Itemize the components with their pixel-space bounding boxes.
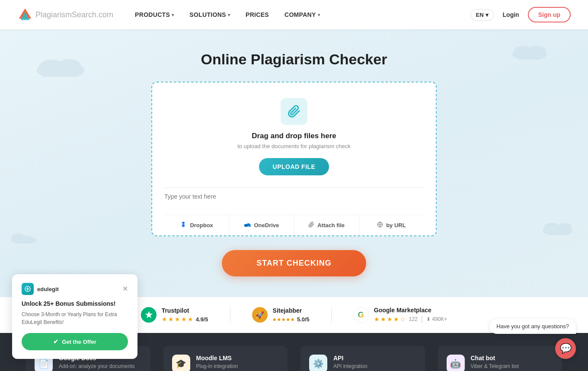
chatbot-icon: 🤖 — [447, 355, 465, 371]
moodle-icon: 🎓 — [172, 355, 190, 371]
promo-popup: edulegit ✕ Unlock 25+ Bonus Submissions!… — [12, 274, 137, 359]
chevron-down-icon: ▾ — [228, 13, 230, 17]
svg-point-11 — [544, 223, 559, 232]
drag-drop-subtitle: to upload the documents for plagiarism c… — [237, 143, 351, 149]
navbar-right: EN ▾ Login Sign up — [470, 7, 571, 22]
chat-widget: Have you got any questions? 💬 — [489, 319, 576, 359]
google-downloads: ⬇ 490K+ — [426, 316, 447, 322]
signup-button[interactable]: Sign up — [528, 7, 571, 22]
chevron-down-icon: ▾ — [172, 13, 174, 17]
dropbox-label: Dropbox — [190, 222, 213, 228]
text-input[interactable] — [164, 193, 424, 213]
moodle-sub: Plug-in integration — [196, 363, 238, 369]
sitejabber-rating: 🚀 Sitejabber ● ● ● ● ● 5.0/5 — [230, 307, 332, 323]
by-url-button[interactable]: by URL — [359, 215, 424, 235]
sitejabber-stars: ● ● ● ● ● — [273, 316, 294, 323]
upload-dropzone[interactable]: Drag and drop files here to upload the d… — [164, 98, 424, 187]
chatbot-sub: Viber & Telegram bot — [471, 363, 519, 369]
hero-section: Online Plagiarism Checker Drag and drop … — [0, 29, 588, 297]
nav-menu: PRODUCTS ▾ SOLUTIONS ▾ PRICES COMPANY ▾ — [135, 11, 470, 18]
api-title: API — [333, 355, 368, 361]
nav-company[interactable]: COMPANY ▾ — [284, 11, 320, 18]
logo[interactable]: PlagiarismSearch.com — [17, 7, 113, 22]
svg-point-15 — [249, 225, 251, 227]
trustpilot-icon: ★ — [141, 307, 157, 323]
globe-icon — [377, 222, 383, 229]
moodle-title: Moodle LMS — [196, 355, 238, 361]
cloud-decoration — [540, 220, 575, 237]
text-input-section — [164, 187, 424, 215]
popup-header: edulegit ✕ — [22, 283, 128, 295]
start-checking-button[interactable]: START CHECKING — [222, 250, 366, 276]
chevron-down-icon: ▾ — [486, 12, 489, 18]
popup-description: Choose 3-Month or Yearly Plans for Extra… — [22, 311, 128, 326]
upload-icon — [281, 98, 307, 125]
onedrive-icon — [244, 221, 251, 229]
svg-point-7 — [528, 46, 546, 56]
attach-file-label: Attach file — [317, 222, 345, 228]
google-count: 122 — [409, 316, 418, 322]
chevron-down-icon: ▾ — [318, 13, 320, 17]
popup-brand-name: edulegit — [37, 286, 59, 292]
google-docs-sub: Add-on: analyze your documents — [59, 363, 134, 369]
nav-prices[interactable]: PRICES — [246, 11, 269, 18]
onedrive-label: OneDrive — [254, 222, 279, 228]
nav-solutions[interactable]: SOLUTIONS ▾ — [189, 11, 230, 18]
language-selector[interactable]: EN ▾ — [470, 9, 494, 21]
by-url-label: by URL — [386, 222, 406, 228]
paperclip-icon — [308, 222, 314, 229]
trustpilot-name: Trustpilot — [162, 307, 208, 314]
check-icon: ✔ — [53, 338, 58, 345]
upload-box: Drag and drop files here to upload the d… — [151, 82, 437, 236]
google-icon: G — [353, 307, 369, 323]
nav-products[interactable]: PRODUCTS ▾ — [135, 11, 174, 18]
svg-point-12 — [558, 223, 572, 231]
svg-point-6 — [514, 46, 533, 58]
login-button[interactable]: Login — [503, 11, 519, 18]
drag-drop-title: Drag and drop files here — [252, 132, 336, 140]
google-stars: ★ ★ ★ ★ ☆ — [374, 316, 406, 323]
edulegit-icon — [22, 283, 34, 295]
chat-bubble: Have you got any questions? — [489, 319, 576, 334]
api-item[interactable]: ⚙️ API API integration — [300, 346, 425, 371]
svg-point-10 — [543, 225, 573, 235]
get-offer-button[interactable]: ✔ Get the Offer — [22, 333, 128, 350]
popup-brand: edulegit — [22, 283, 59, 295]
cloud-decoration — [35, 55, 86, 79]
close-icon[interactable]: ✕ — [122, 285, 128, 292]
attach-row: Dropbox OneDrive Attach file by URL — [164, 215, 424, 235]
trustpilot-score: 4.9/5 — [196, 316, 208, 323]
dropbox-icon — [180, 221, 187, 229]
svg-point-8 — [11, 236, 37, 244]
google-marketplace-rating: G Google Marketplace ★ ★ ★ ★ ☆ 122 | ⬇ 4… — [332, 307, 469, 323]
svg-point-4 — [57, 59, 81, 73]
svg-point-3 — [39, 60, 65, 75]
onedrive-button[interactable]: OneDrive — [229, 215, 294, 235]
svg-point-2 — [37, 62, 84, 77]
sitejabber-icon: 🚀 — [252, 307, 268, 323]
api-sub: API integration — [333, 363, 368, 369]
trustpilot-stars: ★ ★ ★ ★ ★ — [162, 316, 193, 323]
navbar: PlagiarismSearch.com PRODUCTS ▾ SOLUTION… — [0, 0, 588, 29]
dropbox-button[interactable]: Dropbox — [164, 215, 229, 235]
popup-title: Unlock 25+ Bonus Submissions! — [22, 300, 128, 307]
page-title: Online Plagiarism Checker — [201, 51, 387, 68]
cloud-decoration — [9, 231, 39, 245]
svg-point-5 — [512, 48, 547, 60]
attach-file-button[interactable]: Attach file — [294, 215, 359, 235]
upload-file-button[interactable]: UPLOAD FILE — [259, 158, 329, 175]
brand-name: PlagiarismSearch.com — [35, 10, 113, 19]
sitejabber-score: 5.0/5 — [297, 316, 310, 323]
api-icon: ⚙️ — [309, 355, 327, 371]
sitejabber-name: Sitejabber — [273, 307, 310, 314]
google-name: Google Marketplace — [374, 307, 447, 314]
cloud-decoration — [510, 42, 549, 61]
chat-button[interactable]: 💬 — [555, 338, 576, 359]
svg-point-9 — [11, 233, 25, 242]
moodle-item[interactable]: 🎓 Moodle LMS Plug-in integration — [163, 346, 288, 371]
